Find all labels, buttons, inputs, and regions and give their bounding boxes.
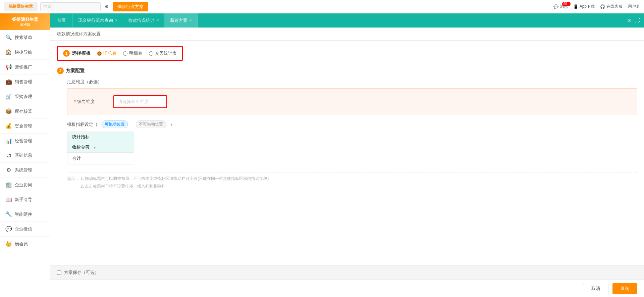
tab-maximize-icon[interactable]: ⛶ xyxy=(635,17,640,23)
tab-cash-flow-label: 现金银行流水查询 xyxy=(78,17,113,23)
tab-new-plan[interactable]: 新建方案 × xyxy=(165,13,198,28)
brand-text: 畅捷通好生意 xyxy=(9,4,33,9)
radio-detail-input[interactable] xyxy=(123,51,127,56)
search-icon: 🔍 xyxy=(5,34,12,41)
indicator-header-close-paren: ） xyxy=(170,121,174,128)
sidebar-item-hardware[interactable]: 🔧 智能硬件 xyxy=(0,207,50,222)
page-content: 收款情况统计方案设置 1 选择模板 xyxy=(50,28,644,280)
app-icon: 📱 xyxy=(573,4,578,9)
radio-detail-label: 明细表 xyxy=(129,50,142,56)
dimension-area: * 纵向维度 —— 请选择分组维度 xyxy=(67,88,637,115)
dropdown-arrow-icon[interactable]: ▾ xyxy=(94,145,96,150)
tab-bar: 首页 现金银行流水查询 × 收款情况统计 × 新建方案 × ✕ ⛶ xyxy=(50,13,644,28)
app-download-button[interactable]: 📱 App下载 xyxy=(573,4,595,9)
cancel-button[interactable]: 取消 xyxy=(583,283,608,294)
tab-new-plan-label: 新建方案 xyxy=(170,17,187,23)
sidebar-item-finance[interactable]: 💰 资金管理 xyxy=(0,119,50,134)
service-icon: 🎧 xyxy=(600,4,605,9)
query-button[interactable]: 查询 xyxy=(612,283,637,294)
tab-new-plan-close[interactable]: × xyxy=(190,18,192,23)
sidebar-label: 企业微信 xyxy=(15,226,32,232)
message-badge: 99+ xyxy=(562,2,571,6)
indicator-total-label: 合计 xyxy=(72,155,81,161)
sidebar-item-basic-info[interactable]: 🗂 基础信息 xyxy=(0,148,50,163)
top-bar: 畅捷通好生意 搜索 ⚙ 体验行业方案 💬 消息 99+ 📱 App下载 🎧 在线… xyxy=(0,0,644,13)
hint-text-1: 1. 拖动标题栏可以调整布局，不可跨维度或指标区域拖动栏目字段(只能在同一维度或… xyxy=(80,176,269,182)
radio-summary[interactable]: 汇总表 xyxy=(97,50,116,56)
tab-close-all-icon[interactable]: ✕ xyxy=(627,17,631,24)
content-area: 首页 现金银行流水查询 × 收款情况统计 × 新建方案 × ✕ ⛶ xyxy=(50,13,644,297)
sidebar-item-sales[interactable]: 💼 销售管理 xyxy=(0,75,50,89)
sidebar-label: 基础信息 xyxy=(15,152,32,158)
radio-cross-input[interactable] xyxy=(149,51,153,56)
radio-cross[interactable]: 交叉统计表 xyxy=(149,50,177,56)
top-search-input[interactable]: 搜索 xyxy=(40,2,101,11)
save-option-label: 方案保存（可选） xyxy=(64,269,99,276)
dimension-select[interactable]: 请选择分组维度 xyxy=(113,95,167,108)
sidebar-label: 资金管理 xyxy=(15,123,32,129)
sidebar-item-member[interactable]: 👑 畅会员 xyxy=(0,237,50,251)
form-area: 1 选择模板 汇总表 明细表 xyxy=(50,41,644,265)
sidebar-item-guide[interactable]: 📖 新手引导 xyxy=(0,192,50,207)
section-num-2: 2 xyxy=(57,67,64,74)
marketing-icon: 📢 xyxy=(5,64,12,70)
section-title-2: 方案配置 xyxy=(66,68,85,74)
radio-detail[interactable]: 明细表 xyxy=(123,50,142,56)
logo-main: 畅捷通好生意 xyxy=(12,16,38,22)
save-checkbox[interactable] xyxy=(57,270,61,275)
message-button[interactable]: 💬 消息 99+ xyxy=(553,4,568,9)
sidebar-item-search[interactable]: 🔍 搜索菜单 xyxy=(0,30,50,45)
sidebar-label: 库存核算 xyxy=(15,108,32,114)
sidebar-item-management[interactable]: 📊 经营管理 xyxy=(0,134,50,148)
radio-summary-input[interactable] xyxy=(97,51,102,56)
hardware-icon: 🔧 xyxy=(5,211,12,217)
sidebar-label: 系统管理 xyxy=(15,167,32,173)
indicator-total-row: 合计 xyxy=(67,152,134,164)
sidebar-label: 畅会员 xyxy=(15,241,28,247)
sidebar-label: 营销推广 xyxy=(15,64,32,70)
tab-collection-stats[interactable]: 收款情况统计 × xyxy=(123,13,165,28)
top-bar-right: 💬 消息 99+ 📱 App下载 🎧 在线客服 用户名 xyxy=(553,4,640,9)
section-template-header: 1 选择模板 汇总表 明细表 xyxy=(57,46,637,61)
hint-section: 提示： 1. 拖动标题栏可以调整布局，不可跨维度或指标区域拖动栏目字段(只能在同… xyxy=(67,172,637,195)
section-num-1: 1 xyxy=(63,50,70,57)
hint-prefix: 提示： xyxy=(67,176,79,182)
sidebar-item-enterprise[interactable]: 🏢 企业协同 xyxy=(0,178,50,192)
template-selection-box: 1 选择模板 汇总表 明细表 xyxy=(57,46,183,61)
sidebar-item-wechat[interactable]: 💬 企业微信 xyxy=(0,222,50,237)
sidebar-logo: 畅捷通好生意 标准版 xyxy=(0,13,50,30)
section-config: 2 方案配置 汇总维度（必选） * 纵向维度 —— xyxy=(57,67,637,195)
wechat-icon: 💬 xyxy=(5,226,12,232)
online-service-label: 在线客服 xyxy=(606,4,623,9)
tab-cash-flow[interactable]: 现金银行流水查询 × xyxy=(73,13,123,28)
breadcrumb: 收款情况统计方案设置 xyxy=(57,31,101,36)
online-service-button[interactable]: 🎧 在线客服 xyxy=(600,4,623,9)
settings-icon[interactable]: ⚙ xyxy=(103,3,110,10)
tab-cash-flow-close[interactable]: × xyxy=(115,18,117,23)
tab-collection-close[interactable]: × xyxy=(157,18,159,23)
management-icon: 📊 xyxy=(5,138,12,144)
sidebar-item-system[interactable]: ⚙ 系统管理 xyxy=(0,163,50,178)
radio-summary-label: 汇总表 xyxy=(103,50,116,56)
tab-home[interactable]: 首页 xyxy=(50,13,73,28)
dimension-label: 汇总维度（必选） xyxy=(67,79,637,85)
user-name[interactable]: 用户名 xyxy=(628,4,640,9)
inventory-icon: 📦 xyxy=(5,108,12,114)
indicator-title: 统计指标 xyxy=(72,134,90,140)
industry-button[interactable]: 体验行业方案 xyxy=(113,2,148,11)
indicator-col-row[interactable]: 收款金额 ▾ xyxy=(67,142,134,152)
home-icon: 🏠 xyxy=(5,49,12,55)
sidebar-item-purchase[interactable]: 🛒 采购管理 xyxy=(0,89,50,104)
vertical-dim-label: * 纵向维度 xyxy=(74,99,95,105)
top-bar-left: 畅捷通好生意 搜索 ⚙ 体验行业方案 xyxy=(4,2,148,11)
dimension-placeholder: 请选择分组维度 xyxy=(118,99,149,105)
sidebar-item-inventory[interactable]: 📦 库存核算 xyxy=(0,104,50,119)
movable-tag: 可拖动位置 xyxy=(102,120,128,128)
indicator-table-header: 统计指标 xyxy=(67,132,134,142)
sales-icon: 💼 xyxy=(5,79,12,85)
sidebar-item-home[interactable]: 🏠 快捷导航 xyxy=(0,45,50,60)
sidebar: 畅捷通好生意 标准版 🔍 搜索菜单 🏠 快捷导航 📢 营销推广 💼 销售管理 🛒… xyxy=(0,13,50,297)
sidebar-label: 经营管理 xyxy=(15,138,32,144)
sidebar-item-marketing[interactable]: 📢 营销推广 xyxy=(0,60,50,75)
immovable-tag: 不可拖动位置 xyxy=(136,120,166,128)
